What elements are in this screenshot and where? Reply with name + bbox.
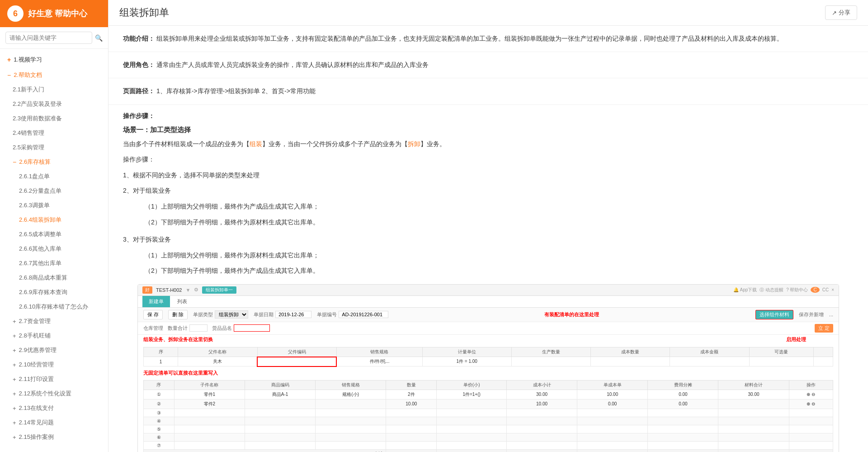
sidebar-item-docs[interactable]: − 2.帮助文档 bbox=[0, 68, 108, 82]
minus-icon: − bbox=[7, 71, 11, 79]
role-section: 使用角色： 通常由生产人员或库管人员完成拆装业务的操作，库管人员确认原材料的出库… bbox=[108, 52, 868, 78]
scene1-title: 场景一：加工类型选择 bbox=[123, 126, 854, 134]
sim-enable-btn[interactable]: 立 定 bbox=[815, 324, 833, 333]
sidebar-item-operations[interactable]: + 2.10经营管理 bbox=[0, 357, 108, 372]
sim-qty-input[interactable] bbox=[189, 324, 208, 332]
table-row: ③ bbox=[144, 409, 833, 417]
sidebar-item-coupon[interactable]: + 2.9优惠券管理 bbox=[0, 343, 108, 357]
sim-annotation1: 有装配清单的在这里处理 bbox=[394, 311, 750, 318]
nav-group-video: + 1.视频学习 bbox=[0, 52, 108, 67]
search-icon[interactable]: 🔍 bbox=[95, 34, 103, 42]
sim-num-input[interactable] bbox=[339, 311, 388, 318]
page-title: 组装拆卸单 bbox=[119, 6, 169, 19]
sim-date-input[interactable] bbox=[275, 311, 311, 318]
sidebar-item-finance[interactable]: + 2.7资金管理 bbox=[0, 314, 108, 328]
share-button[interactable]: ↗ 分享 bbox=[825, 5, 857, 20]
sidebar-item-sales[interactable]: 2.4销售管理 bbox=[0, 126, 108, 140]
sidebar-item-purchase[interactable]: 2.5采购管理 bbox=[0, 140, 108, 155]
step2: 2、对于组装业务 bbox=[123, 185, 854, 197]
table-row: ④ bbox=[144, 417, 833, 425]
sidebar-item-cases[interactable]: + 2.15操作案例 bbox=[0, 430, 108, 444]
sidebar-item-assembly[interactable]: 2.6.4组装拆卸单 bbox=[0, 213, 108, 227]
sidebar-item-mobile[interactable]: + 2.8手机旺铺 bbox=[0, 328, 108, 343]
sidebar-item-print[interactable]: + 2.11打印设置 bbox=[0, 372, 108, 386]
sim-upper-table: 序 父件名称 父件编码 销售规格 计量单位 生产数量 成本数量 成本金额 可选量 bbox=[143, 347, 833, 367]
sim-annotation4: 启用处理 bbox=[786, 336, 806, 343]
ops-steps-title: 操作步骤： bbox=[123, 153, 854, 166]
sidebar-item-stocktake[interactable]: 2.6.1盘点单 bbox=[0, 169, 108, 184]
sidebar: 6 好生意 帮助中心 🔍 + 1.视频学习 − 2.帮助文档 2.1新手入门 2… bbox=[0, 0, 108, 452]
sidebar-item-inbound[interactable]: 2.6.6其他入库单 bbox=[0, 242, 108, 256]
intro-text: 功能介绍： 组装拆卸单用来处理企业组装或拆卸等加工业务，支持有固定装配清单的产品… bbox=[123, 33, 854, 44]
path-section: 页面路径： 1、库存核算->库存管理->组装拆卸单 2、首页->常用功能 bbox=[108, 78, 868, 105]
search-input[interactable] bbox=[5, 32, 92, 44]
table-row: ⑤ bbox=[144, 425, 833, 433]
sim-tab-new[interactable]: 新建单 bbox=[142, 296, 170, 307]
sidebar-item-faq[interactable]: + 2.14常见问题 bbox=[0, 415, 108, 430]
sim-product-input[interactable] bbox=[234, 324, 270, 332]
search-box: 🔍 bbox=[0, 27, 108, 49]
table-row: ① 零件1 商品A-1 规格(小) 2件 1件=1+() 30.00 10.00… bbox=[144, 390, 833, 399]
plus-icon: + bbox=[7, 56, 11, 63]
nav-list: + 1.视频学习 − 2.帮助文档 2.1新手入门 2.2产品安装及登录 2.3… bbox=[0, 49, 108, 452]
table-row: ⑥ bbox=[144, 433, 833, 441]
sim-header-title: TEST-H002 bbox=[156, 287, 182, 293]
sim-tab-list[interactable]: 列表 bbox=[171, 296, 193, 307]
sidebar-item-stockquery[interactable]: 2.6.9库存账本查询 bbox=[0, 285, 108, 300]
share-icon: ↗ bbox=[832, 10, 837, 16]
sim-save-btn[interactable]: 保 存 bbox=[143, 310, 163, 319]
scene1-desc: 当由多个子件材料组装成一个成品的业务为【组装】业务，当由一个父件拆分成多个子产品… bbox=[123, 138, 854, 150]
step3-1: （1）上部明细为父件明细，最终作为原材料生成其它出库单； bbox=[123, 249, 854, 262]
step3-2: （2）下部明细为子件明细，最终作为产成品生成其它入库单。 bbox=[123, 265, 854, 277]
main: 组装拆卸单 ↗ 分享 功能介绍： 组装拆卸单用来处理企业组装或拆卸等加工业务，支… bbox=[108, 0, 868, 452]
sidebar-item-newbie[interactable]: 2.1新手入门 bbox=[0, 82, 108, 97]
minus-icon-inventory: − bbox=[13, 158, 16, 166]
sim-logo: 好 bbox=[142, 286, 152, 294]
sim-annotation5: 无固定清单可以直接在这里重写入 bbox=[138, 369, 839, 377]
sidebar-item-inventory[interactable]: − 2.6库存核算 bbox=[0, 155, 108, 169]
role-text: 使用角色： 通常由生产人员或库管人员完成拆装业务的操作，库管人员确认原材料的出库… bbox=[123, 59, 854, 71]
sidebar-item-accounterr[interactable]: 2.6.10库存账本错了怎么办 bbox=[0, 300, 108, 314]
sidebar-header: 6 好生意 帮助中心 bbox=[0, 0, 108, 27]
sim-type-select[interactable]: 组装拆卸 bbox=[215, 310, 248, 319]
step1: 1、根据不同的业务，选择不同单据的类型来处理 bbox=[123, 169, 854, 181]
screenshot-area: 好 TEST-H002 ▼ ⚙ 组装拆卸单一 🔔 App下载 ⓪ 动态提醒 ? … bbox=[137, 284, 839, 452]
sidebar-item-costadj[interactable]: 2.6.5成本调整单 bbox=[0, 227, 108, 242]
article: 功能介绍： 组装拆卸单用来处理企业组装或拆卸等加工业务，支持有固定装配清单的产品… bbox=[108, 26, 868, 452]
sidebar-item-video[interactable]: + 1.视频学习 bbox=[0, 52, 108, 67]
sim-annotation3: 组装业务、拆卸业务在这里切换 bbox=[143, 336, 213, 343]
intro-section: 功能介绍： 组装拆卸单用来处理企业组装或拆卸等加工业务，支持有固定装配清单的产品… bbox=[108, 26, 868, 52]
ops-title: 操作步骤： bbox=[123, 112, 854, 120]
ops-section: 操作步骤： 场景一：加工类型选择 当由多个子件材料组装成一个成品的业务为【组装】… bbox=[108, 105, 868, 452]
sim-new-btn[interactable]: 组装拆卸单一 bbox=[202, 286, 236, 294]
sidebar-item-outbound[interactable]: 2.6.7其他出库单 bbox=[0, 256, 108, 271]
step3: 3、对于拆装业务 bbox=[123, 233, 854, 246]
sim-select-btn[interactable]: 选择组件材料 bbox=[755, 310, 793, 319]
sidebar-item-adjust[interactable]: 2.6.3调拨单 bbox=[0, 198, 108, 213]
table-row: ② 零件2 10.00 10.00 0.00 0.00 bbox=[144, 399, 833, 409]
step2-2: （2）下部明细为子件明细，最终作为原材料生成其它出库单。 bbox=[123, 216, 854, 228]
logo-icon: 6 bbox=[7, 5, 24, 22]
table-row: ⑦ bbox=[144, 441, 833, 449]
sidebar-item-onlinepay[interactable]: + 2.13在线支付 bbox=[0, 401, 108, 415]
sim-ui: 好 TEST-H002 ▼ ⚙ 组装拆卸单一 🔔 App下载 ⓪ 动态提醒 ? … bbox=[138, 285, 839, 452]
sidebar-item-install[interactable]: 2.2产品安装及登录 bbox=[0, 97, 108, 111]
sim-delete-btn[interactable]: 删 除 bbox=[168, 310, 188, 319]
table-row: 1 关木 件/件/托... 1件 = 1.00 bbox=[144, 357, 833, 366]
top-bar: 组装拆卸单 ↗ 分享 bbox=[108, 0, 868, 26]
sidebar-item-dataprep[interactable]: 2.3使用前数据准备 bbox=[0, 111, 108, 126]
sidebar-item-costcalc[interactable]: 2.6.8商品成本重算 bbox=[0, 271, 108, 285]
step2-1: （1）上部明细为父件明细，最终作为产成品生成其它入库单； bbox=[123, 200, 854, 213]
sidebar-item-personalize[interactable]: + 2.12系统个性化设置 bbox=[0, 386, 108, 401]
path-text: 页面路径： 1、库存核算->库存管理->组装拆卸单 2、首页->常用功能 bbox=[123, 86, 854, 97]
sidebar-item-partial[interactable]: 2.6.2分量盘点单 bbox=[0, 184, 108, 198]
nav-group-docs: − 2.帮助文档 2.1新手入门 2.2产品安装及登录 2.3使用前数据准备 2… bbox=[0, 68, 108, 444]
app-title: 好生意 帮助中心 bbox=[28, 8, 87, 19]
sim-lower-table: 序 子件名称 商品编码 销售规格 数量 单价(小) 成本小计 单成本单 费用分摊 bbox=[143, 380, 833, 452]
